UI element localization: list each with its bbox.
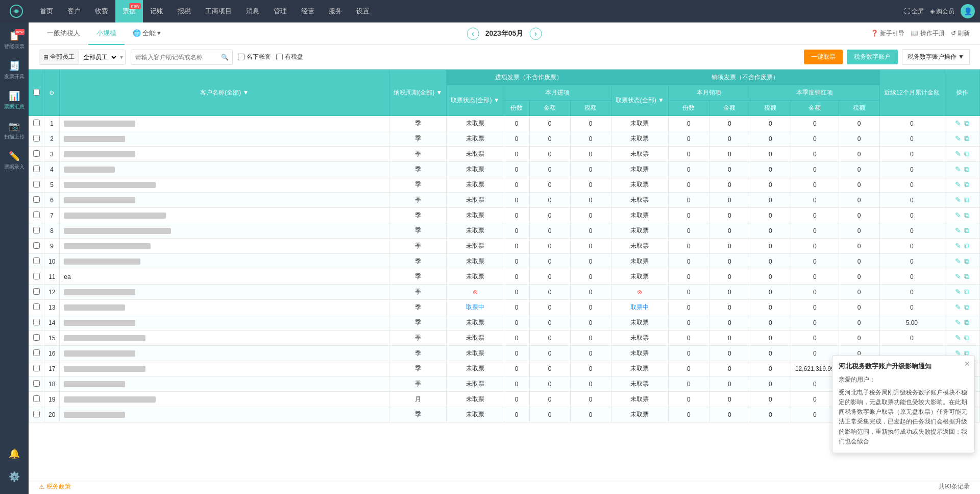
- copy-icon[interactable]: ⧉: [964, 272, 969, 281]
- row-checkbox[interactable]: [33, 334, 40, 341]
- nav-operation[interactable]: 经营: [294, 0, 322, 22]
- popup-close-btn[interactable]: ✕: [964, 360, 970, 368]
- checkbox-taxdisk[interactable]: 有税盘: [276, 53, 303, 61]
- sidebar-item-config[interactable]: ⚙️: [0, 466, 29, 489]
- copy-icon[interactable]: ⧉: [964, 134, 969, 143]
- nav-accounting[interactable]: 记账: [143, 0, 170, 22]
- checkbox-account[interactable]: 名下帐套: [238, 53, 271, 61]
- employee-select[interactable]: ⊞ 全部员工 全部员工 ▾: [39, 50, 126, 65]
- copy-icon[interactable]: ⧉: [964, 288, 969, 296]
- popup-content: 亲爱的用户： 受河北电子税务局刚升级税务数字账户模块不稳定的影响，无盘取票功能也…: [839, 375, 968, 446]
- copy-icon[interactable]: ⧉: [964, 318, 969, 327]
- refresh-btn[interactable]: ↺ 刷新: [951, 29, 970, 38]
- edit-icon[interactable]: ✎: [955, 196, 961, 204]
- sidebar-item-smartticket[interactable]: 📋 智能取票 new: [0, 25, 29, 55]
- tab-all-capable[interactable]: 🌐 全能 ▾: [125, 22, 169, 45]
- sidebar-item-entry[interactable]: ✏️ 票据录入: [0, 146, 29, 176]
- copy-icon[interactable]: ⧉: [964, 334, 969, 342]
- row-checkbox[interactable]: [33, 211, 40, 218]
- nav-ticket[interactable]: 票据 new: [115, 0, 143, 22]
- manual-btn[interactable]: 📖 操作手册: [911, 29, 944, 38]
- edit-icon[interactable]: ✎: [955, 272, 961, 281]
- row-checkbox[interactable]: [33, 166, 40, 172]
- edit-icon[interactable]: ✎: [955, 288, 961, 296]
- nav-manage[interactable]: 管理: [266, 0, 294, 22]
- row-checkbox[interactable]: [33, 365, 40, 371]
- tax-digital-btn[interactable]: 税务数字账户: [847, 50, 898, 64]
- nav-message[interactable]: 消息: [239, 0, 266, 22]
- edit-icon[interactable]: ✎: [955, 180, 961, 189]
- edit-icon[interactable]: ✎: [955, 211, 961, 220]
- row-checkbox[interactable]: [33, 303, 40, 310]
- edit-icon[interactable]: ✎: [955, 150, 961, 158]
- nav-settings[interactable]: 设置: [349, 0, 377, 22]
- nav-right: ⛶ 全屏 ◈ 购会员 👤: [904, 4, 975, 18]
- edit-icon[interactable]: ✎: [955, 165, 961, 174]
- one-click-ticket-btn[interactable]: 一键取票: [804, 50, 843, 64]
- row-checkbox[interactable]: [33, 181, 40, 187]
- avatar[interactable]: 👤: [961, 4, 975, 18]
- row-red-tax: 0: [839, 147, 879, 162]
- edit-icon[interactable]: ✎: [955, 303, 961, 312]
- row-checkbox[interactable]: [33, 273, 40, 279]
- nav-home[interactable]: 首页: [33, 0, 60, 22]
- sidebar-item-invoice[interactable]: 🧾 发票开具: [0, 55, 29, 85]
- tax-policy-link[interactable]: ⚠ 税务政策: [39, 482, 71, 491]
- row-checkbox[interactable]: [33, 319, 40, 325]
- copy-icon[interactable]: ⧉: [964, 165, 969, 174]
- nav-fee[interactable]: 收费: [88, 0, 115, 22]
- edit-icon[interactable]: ✎: [955, 318, 961, 327]
- row-checkbox[interactable]: [33, 120, 40, 126]
- copy-icon[interactable]: ⧉: [964, 150, 969, 158]
- guide-btn[interactable]: ❓ 新手引导: [871, 29, 904, 38]
- row-checkbox[interactable]: [33, 349, 40, 356]
- sidebar-item-scan[interactable]: 📷 扫描上传: [0, 115, 29, 146]
- row-checkbox[interactable]: [33, 395, 40, 402]
- select-all-checkbox[interactable]: [33, 89, 40, 96]
- row-checkbox[interactable]: [33, 242, 40, 249]
- copy-icon[interactable]: ⧉: [964, 257, 969, 266]
- row-checkbox[interactable]: [33, 257, 40, 264]
- copy-icon[interactable]: ⧉: [964, 180, 969, 189]
- employee-dropdown[interactable]: 全部员工: [79, 53, 118, 61]
- sidebar-item-summary[interactable]: 📊 票据汇总: [0, 85, 29, 115]
- edit-icon[interactable]: ✎: [955, 257, 961, 266]
- row-checkbox[interactable]: [33, 380, 40, 387]
- date-nav: ‹ 2023年05月 ›: [467, 28, 542, 40]
- copy-icon[interactable]: ⧉: [964, 119, 969, 128]
- nav-service[interactable]: 服务: [322, 0, 349, 22]
- vip-btn[interactable]: ◈ 购会员: [930, 7, 954, 16]
- fullscreen-btn[interactable]: ⛶ 全屏: [904, 7, 924, 16]
- account-checkbox[interactable]: [238, 54, 244, 60]
- copy-icon[interactable]: ⧉: [964, 226, 969, 235]
- next-month-btn[interactable]: ›: [529, 28, 542, 40]
- copy-icon[interactable]: ⧉: [964, 211, 969, 220]
- row-checkbox[interactable]: [33, 288, 40, 295]
- row-customer-name: [60, 147, 389, 162]
- copy-icon[interactable]: ⧉: [964, 303, 969, 312]
- prev-month-btn[interactable]: ‹: [467, 28, 479, 40]
- edit-icon[interactable]: ✎: [955, 119, 961, 128]
- copy-icon[interactable]: ⧉: [964, 242, 969, 250]
- nav-business[interactable]: 工商项目: [198, 0, 239, 22]
- tax-digital-op-btn[interactable]: 税务数字账户操作 ▼: [902, 49, 970, 65]
- nav-customer[interactable]: 客户: [60, 0, 88, 22]
- row-checkbox[interactable]: [33, 150, 40, 157]
- sidebar-item-notification[interactable]: 🔔: [0, 443, 29, 466]
- nav-tax[interactable]: 报税: [170, 0, 198, 22]
- copy-icon[interactable]: ⧉: [964, 196, 969, 204]
- search-input[interactable]: [131, 54, 217, 61]
- tab-small-scale[interactable]: 小规模: [88, 22, 125, 45]
- edit-icon[interactable]: ✎: [955, 334, 961, 342]
- edit-icon[interactable]: ✎: [955, 134, 961, 143]
- edit-icon[interactable]: ✎: [955, 226, 961, 235]
- row-checkbox[interactable]: [33, 196, 40, 203]
- taxdisk-checkbox[interactable]: [276, 54, 283, 60]
- row-actions: ✎ ⧉: [944, 162, 980, 177]
- search-btn[interactable]: 🔍: [217, 50, 232, 64]
- edit-icon[interactable]: ✎: [955, 242, 961, 250]
- row-checkbox[interactable]: [33, 227, 40, 233]
- tab-general-taxpayer[interactable]: 一般纳税人: [39, 22, 88, 45]
- row-checkbox[interactable]: [33, 411, 40, 417]
- row-checkbox[interactable]: [33, 135, 40, 142]
